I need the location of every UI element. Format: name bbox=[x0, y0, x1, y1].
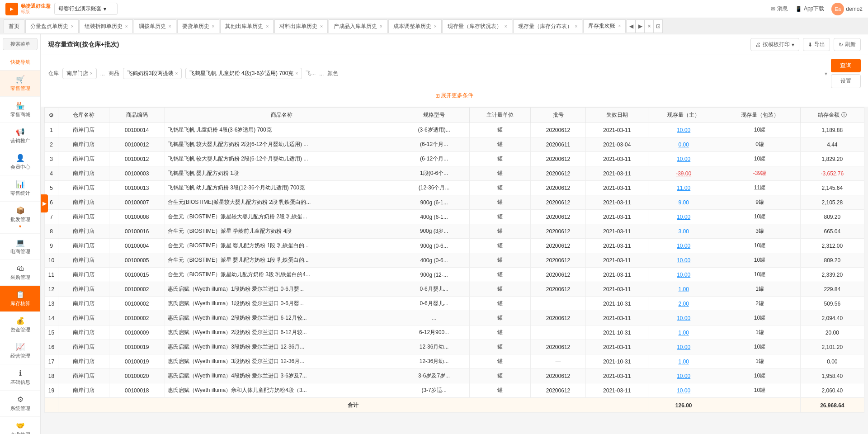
industry-selector[interactable]: 母婴行业演示账套 ▾ bbox=[54, 3, 118, 15]
row-qty-main[interactable]: 10.00 bbox=[648, 268, 719, 282]
row-batch: 20200612 bbox=[530, 195, 586, 210]
row-qty-main[interactable]: 1.00 bbox=[648, 282, 719, 297]
sidebar-item-finance[interactable]: 💰 资金管理 bbox=[0, 312, 40, 338]
row-qty-main[interactable]: 10.00 bbox=[648, 340, 719, 354]
row-qty-main[interactable]: 10.00 bbox=[648, 311, 719, 326]
sidebar-item-basic-info[interactable]: ℹ 基础信息 bbox=[0, 364, 40, 391]
row-qty-main[interactable]: 0.00 bbox=[648, 137, 719, 152]
sidebar-item-ecommerce[interactable]: 💻 电商管理 bbox=[0, 234, 40, 260]
row-qty-main[interactable]: 10.00 bbox=[648, 239, 719, 253]
row-qty-main[interactable]: 10.00 bbox=[648, 210, 719, 224]
product-tag1-text: 飞鹤奶粉3段两提装 bbox=[127, 70, 174, 77]
tab-cailiao-close[interactable]: × bbox=[320, 24, 323, 29]
tab-zuchai-close[interactable]: × bbox=[125, 24, 128, 29]
tab-prev-btn[interactable]: ◀ bbox=[627, 19, 636, 33]
tab-kupicizhi-close[interactable]: × bbox=[618, 24, 621, 28]
message-btn[interactable]: ✉ 消息 bbox=[771, 5, 788, 13]
tab-fenpi[interactable]: 分量盘点单历史 × bbox=[25, 19, 79, 33]
query-btn[interactable]: 查询 bbox=[831, 59, 861, 72]
tab-home[interactable]: 首页 bbox=[4, 19, 24, 33]
sidebar-item-marketing[interactable]: 📢 营销推广 bbox=[0, 123, 40, 149]
color-dropdown-icon[interactable]: ▾ bbox=[825, 71, 827, 77]
row-qty-main[interactable]: 10.00 bbox=[648, 383, 719, 398]
tab-yaohuo[interactable]: 要货单历史 × bbox=[177, 19, 220, 33]
row-qty-main[interactable]: -39.00 bbox=[648, 166, 719, 181]
row-qty-main[interactable]: 1.00 bbox=[648, 326, 719, 340]
row-qty-main[interactable]: 10.00 bbox=[648, 123, 719, 137]
sidebar-expand-btn[interactable]: ▶ bbox=[41, 194, 48, 212]
sidebar-item-system[interactable]: ⚙ 系统管理 bbox=[0, 391, 40, 417]
tab-zuchai[interactable]: 组装拆卸单历史 × bbox=[80, 19, 133, 33]
row-spec: 12-36月幼... bbox=[399, 354, 469, 369]
tab-xianzai1[interactable]: 现存量（库存状况表） × bbox=[443, 19, 512, 33]
tab-fenpi-label: 分量盘点单历史 bbox=[30, 23, 68, 30]
row-qty-main[interactable]: 9.00 bbox=[648, 195, 719, 210]
sidebar-item-inventory[interactable]: 📋 库存核算 bbox=[0, 286, 40, 312]
row-amount: 2,060.40 bbox=[800, 383, 864, 398]
tab-fenpi-close[interactable]: × bbox=[71, 24, 74, 29]
product-tag1[interactable]: 飞鹤奶粉3段两提装 × bbox=[123, 68, 182, 79]
product-tag2-close-icon[interactable]: × bbox=[295, 71, 298, 76]
tab-xianzai1-close[interactable]: × bbox=[505, 24, 507, 29]
row-unit: 罐 bbox=[469, 137, 530, 152]
sidebar-item-retail-stats[interactable]: 📊 零售统计 bbox=[0, 175, 40, 202]
refresh-btn[interactable]: ↻ 刷新 bbox=[834, 38, 861, 51]
tab-close-all-btn[interactable]: × bbox=[645, 19, 654, 33]
row-expire: 2021-03-11 bbox=[586, 181, 648, 195]
tab-menu-btn[interactable]: ⊡ bbox=[654, 19, 663, 33]
sidebar-item-enterprise[interactable]: 🤝 企业协同 bbox=[0, 417, 40, 434]
row-unit: 罐 bbox=[469, 239, 530, 253]
sidebar-item-wholesale[interactable]: 📦 批发管理 ▼ bbox=[0, 202, 40, 234]
warehouse-tag-close-icon[interactable]: × bbox=[90, 71, 93, 76]
tab-xianzai2[interactable]: 现存量（库存分布表） × bbox=[513, 19, 583, 33]
footer-qty-pack bbox=[719, 398, 800, 413]
warehouse-tag[interactable]: 南岸门店 × bbox=[62, 68, 97, 79]
tab-tiaopi[interactable]: 调拨单历史 × bbox=[134, 19, 176, 33]
tab-tiaopi-close[interactable]: × bbox=[169, 24, 171, 29]
row-qty-main[interactable]: 2.00 bbox=[648, 297, 719, 311]
row-qty-main[interactable]: 10.00 bbox=[648, 152, 719, 166]
row-qty-main[interactable]: 11.00 bbox=[648, 181, 719, 195]
row-spec: 900g (6-1... bbox=[399, 195, 469, 210]
product-more-label[interactable]: 飞... bbox=[306, 70, 316, 77]
tab-chengben[interactable]: 成本调整单历史 × bbox=[388, 19, 442, 33]
row-qty-main[interactable]: 10.00 bbox=[648, 253, 719, 268]
tab-yaohuo-close[interactable]: × bbox=[212, 24, 215, 29]
col-settings[interactable]: ⚙ bbox=[45, 108, 58, 123]
tab-chengpin-close[interactable]: × bbox=[380, 24, 382, 29]
product-dots[interactable]: ... bbox=[319, 71, 324, 77]
print-arrow-icon: ▾ bbox=[792, 42, 794, 48]
table-row: 10 南岸门店 00100005 合生元（BIOSTIME）派星 婴儿配方奶粉 … bbox=[45, 253, 864, 268]
quick-nav-btn[interactable]: 快捷导航 bbox=[0, 56, 40, 68]
tab-chengpin[interactable]: 产成品入库单历史 × bbox=[329, 19, 387, 33]
product-tag1-close-icon[interactable]: × bbox=[175, 71, 178, 76]
sidebar-item-retail-mgmt[interactable]: 🛒 零售管理 bbox=[0, 71, 40, 97]
row-qty-main[interactable]: 1.00 bbox=[648, 354, 719, 369]
tab-qita[interactable]: 其他出库单历史 × bbox=[220, 19, 274, 33]
export-btn[interactable]: ⬇ 导出 bbox=[803, 38, 830, 51]
print-btn[interactable]: 🖨 按模板打印 ▾ bbox=[750, 38, 799, 51]
row-amount: -3,652.76 bbox=[800, 166, 864, 181]
search-menu-btn[interactable]: 搜索菜单 bbox=[3, 38, 38, 50]
tab-kupicizhi[interactable]: 库存批次账 × bbox=[583, 19, 626, 33]
row-qty-main[interactable]: 3.00 bbox=[648, 224, 719, 239]
product-tag2[interactable]: 飞鹤星飞帆 儿童奶粉 4段(3-6岁适用) 700克 × bbox=[185, 68, 302, 79]
tab-cailiao[interactable]: 材料出库单历史 × bbox=[274, 19, 328, 33]
sidebar-item-member[interactable]: 👤 会员中心 bbox=[0, 149, 40, 175]
user-area[interactable]: Ea demo2 bbox=[831, 3, 863, 15]
settings-btn[interactable]: 设置 bbox=[831, 74, 861, 88]
warehouse-dots[interactable]: ... bbox=[100, 71, 105, 77]
app-download-btn[interactable]: 📱 App下载 bbox=[795, 5, 824, 13]
row-name: 惠氏启赋（Wyeth illuma）亲和人体儿童配方奶粉4段（3... bbox=[165, 383, 399, 398]
tab-next-btn[interactable]: ▶ bbox=[636, 19, 645, 33]
sidebar-item-purchase[interactable]: 🛍 采购管理 bbox=[0, 260, 40, 286]
tab-qita-close[interactable]: × bbox=[266, 24, 269, 29]
tab-xianzai2-close[interactable]: × bbox=[575, 24, 578, 29]
row-qty-main[interactable]: 10.00 bbox=[648, 369, 719, 383]
sidebar-item-operations[interactable]: 📈 经营管理 bbox=[0, 338, 40, 364]
sidebar-item-retail-shop[interactable]: 🏪 零售商城 bbox=[0, 97, 40, 123]
expand-conditions-btn[interactable]: ⊞ 展开更多条件 bbox=[435, 92, 473, 99]
row-spec: (3-7岁适... bbox=[399, 383, 469, 398]
row-code: 00100002 bbox=[109, 311, 165, 326]
tab-chengben-close[interactable]: × bbox=[434, 24, 437, 29]
